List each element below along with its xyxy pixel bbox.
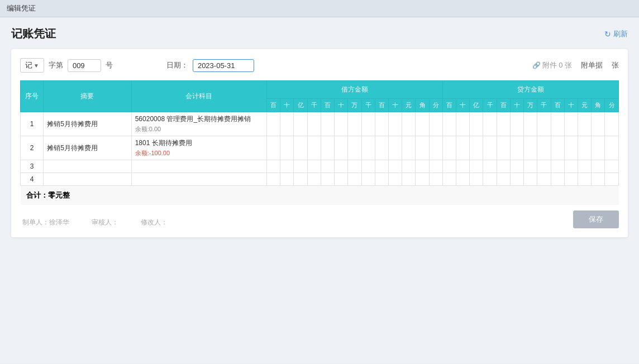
credit-digit-cell[interactable] [497,173,510,186]
credit-digit-cell[interactable] [578,112,592,136]
credit-digit-cell[interactable] [564,160,578,173]
credit-digit-cell[interactable] [551,112,564,136]
credit-digit-cell[interactable] [605,136,619,160]
date-input[interactable] [193,59,254,72]
debit-digit-cell[interactable] [429,136,442,160]
credit-digit-cell[interactable] [456,160,470,173]
credit-digit-cell[interactable] [524,160,537,173]
debit-digit-cell[interactable] [266,112,280,136]
debit-digit-cell[interactable] [375,112,388,136]
debit-digit-cell[interactable] [416,173,429,186]
credit-digit-cell[interactable] [510,160,523,173]
credit-digit-cell[interactable] [551,173,564,186]
refresh-button[interactable]: ↻ 刷新 [604,29,628,39]
credit-digit-cell[interactable] [592,136,605,160]
credit-digit-cell[interactable] [524,112,537,136]
credit-digit-cell[interactable] [497,112,510,136]
credit-digit-cell[interactable] [483,136,497,160]
debit-digit-cell[interactable] [361,173,375,186]
debit-digit-cell[interactable] [429,160,442,173]
credit-digit-cell[interactable] [456,173,470,186]
credit-digit-cell[interactable] [578,160,592,173]
debit-digit-cell[interactable] [375,173,388,186]
summary-cell[interactable] [44,173,132,186]
credit-digit-cell[interactable] [456,136,470,160]
credit-digit-cell[interactable] [497,136,510,160]
debit-digit-cell[interactable] [402,112,416,136]
account-cell[interactable]: 1801 长期待摊费用余额:-100.00 [131,136,266,160]
debit-digit-cell[interactable] [348,112,361,136]
attach-link[interactable]: 🔗 附件 0 张 [532,60,572,70]
debit-digit-cell[interactable] [388,173,402,186]
credit-digit-cell[interactable] [510,173,523,186]
debit-digit-cell[interactable] [307,112,321,136]
debit-digit-cell[interactable] [321,160,334,173]
debit-digit-cell[interactable] [416,160,429,173]
debit-digit-cell[interactable] [280,173,294,186]
debit-digit-cell[interactable] [348,173,361,186]
credit-digit-cell[interactable] [483,112,497,136]
credit-digit-cell[interactable] [605,173,619,186]
debit-digit-cell[interactable] [361,112,375,136]
credit-digit-cell[interactable] [605,112,619,136]
credit-digit-cell[interactable] [592,173,605,186]
credit-digit-cell[interactable] [537,173,551,186]
debit-digit-cell[interactable] [307,173,321,186]
debit-digit-cell[interactable] [294,160,307,173]
debit-digit-cell[interactable] [280,136,294,160]
debit-digit-cell[interactable] [307,136,321,160]
debit-digit-cell[interactable] [294,136,307,160]
debit-digit-cell[interactable] [335,160,348,173]
credit-digit-cell[interactable] [470,173,483,186]
credit-digit-cell[interactable] [551,160,564,173]
debit-digit-cell[interactable] [348,136,361,160]
credit-digit-cell[interactable] [470,136,483,160]
summary-cell[interactable]: 摊销5月待摊费用 [44,112,132,136]
debit-digit-cell[interactable] [361,160,375,173]
debit-digit-cell[interactable] [361,136,375,160]
debit-digit-cell[interactable] [321,173,334,186]
debit-digit-cell[interactable] [294,173,307,186]
credit-digit-cell[interactable] [524,173,537,186]
debit-digit-cell[interactable] [266,160,280,173]
debit-digit-cell[interactable] [375,160,388,173]
credit-digit-cell[interactable] [537,160,551,173]
credit-digit-cell[interactable] [564,136,578,160]
debit-digit-cell[interactable] [348,160,361,173]
summary-cell[interactable] [44,160,132,173]
debit-digit-cell[interactable] [429,112,442,136]
credit-digit-cell[interactable] [456,112,470,136]
account-cell[interactable] [131,173,266,186]
debit-digit-cell[interactable] [388,112,402,136]
credit-digit-cell[interactable] [442,173,456,186]
credit-digit-cell[interactable] [564,173,578,186]
voucher-type-button[interactable]: 记 ▼ [20,58,44,73]
debit-digit-cell[interactable] [429,173,442,186]
credit-digit-cell[interactable] [524,136,537,160]
credit-digit-cell[interactable] [442,160,456,173]
credit-digit-cell[interactable] [442,112,456,136]
debit-digit-cell[interactable] [280,160,294,173]
credit-digit-cell[interactable] [605,160,619,173]
debit-digit-cell[interactable] [266,136,280,160]
credit-digit-cell[interactable] [442,136,456,160]
credit-digit-cell[interactable] [551,136,564,160]
credit-digit-cell[interactable] [497,160,510,173]
summary-cell[interactable]: 摊销5月待摊费用 [44,136,132,160]
debit-digit-cell[interactable] [416,112,429,136]
credit-digit-cell[interactable] [470,160,483,173]
credit-digit-cell[interactable] [578,173,592,186]
debit-digit-cell[interactable] [280,112,294,136]
save-button[interactable]: 保存 [573,210,619,228]
credit-digit-cell[interactable] [537,136,551,160]
credit-digit-cell[interactable] [564,112,578,136]
credit-digit-cell[interactable] [592,160,605,173]
credit-digit-cell[interactable] [510,112,523,136]
debit-digit-cell[interactable] [388,160,402,173]
debit-digit-cell[interactable] [375,136,388,160]
account-cell[interactable] [131,160,266,173]
voucher-no-input[interactable] [68,59,101,72]
debit-digit-cell[interactable] [335,112,348,136]
debit-digit-cell[interactable] [402,173,416,186]
debit-digit-cell[interactable] [307,160,321,173]
